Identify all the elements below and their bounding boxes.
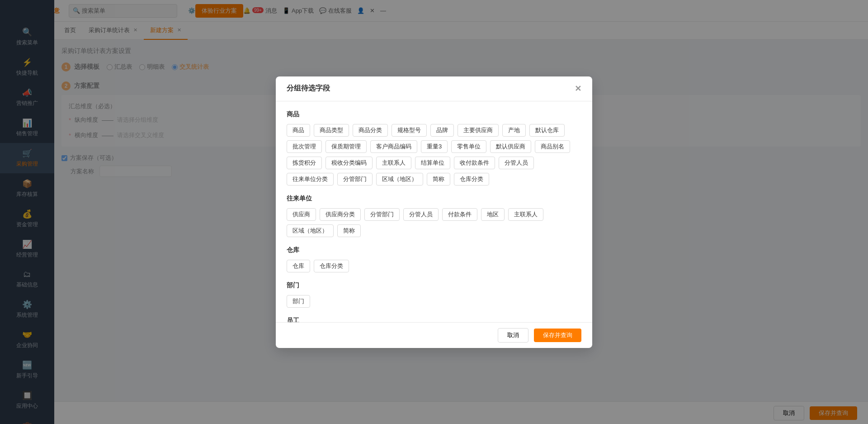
- chip-short-name[interactable]: 简称: [427, 173, 450, 186]
- chip-customer-code[interactable]: 客户商品编码: [370, 140, 417, 153]
- chip-spec-model[interactable]: 规格型号: [392, 124, 427, 137]
- chip-supervisor[interactable]: 分管人员: [499, 157, 534, 169]
- chip-warehouse-cat[interactable]: 仓库分类: [314, 260, 349, 272]
- field-section-goods: 商品 商品 商品类型 商品分类 规格型号 品牌 主要供应商 产地 默认仓库 批次…: [287, 110, 581, 186]
- field-section-partner: 往来单位 供应商 供应商分类 分管部门 分管人员 付款条件 地区 主联系人 区域…: [287, 195, 581, 237]
- section-title-partner: 往来单位: [287, 195, 581, 203]
- chip-goods-category[interactable]: 商品分类: [353, 124, 388, 137]
- section-title-employee: 员工: [287, 317, 581, 322]
- section-title-dept: 部门: [287, 281, 581, 290]
- section-title-warehouse: 仓库: [287, 246, 581, 254]
- chip-area[interactable]: 地区: [481, 208, 505, 221]
- chip-partner-region[interactable]: 区域（地区）: [287, 224, 334, 237]
- chip-warehouse-category[interactable]: 仓库分类: [454, 173, 489, 186]
- chip-main-contact[interactable]: 主联系人: [376, 157, 411, 169]
- modal-close-btn[interactable]: ✕: [575, 84, 581, 94]
- chip-partner-main-contact[interactable]: 主联系人: [508, 208, 543, 221]
- chip-department[interactable]: 部门: [287, 295, 310, 308]
- chip-default-warehouse[interactable]: 默认仓库: [529, 124, 565, 137]
- chip-expiry-mgmt[interactable]: 保质期管理: [326, 140, 367, 153]
- field-section-dept: 部门 部门: [287, 281, 581, 308]
- modal-dialog: 分组待选字段 ✕ 商品 商品 商品类型 商品分类 规格型号 品牌 主要供应商 产…: [276, 76, 592, 348]
- field-section-employee: 员工 业务员: [287, 317, 581, 322]
- modal-header: 分组待选字段 ✕: [276, 76, 592, 101]
- modal-body: 商品 商品 商品类型 商品分类 规格型号 品牌 主要供应商 产地 默认仓库 批次…: [276, 101, 592, 322]
- chip-supplier[interactable]: 供应商: [287, 208, 316, 221]
- chip-goods-alias[interactable]: 商品别名: [535, 140, 570, 153]
- dept-chips: 部门: [287, 295, 581, 308]
- chip-default-supplier[interactable]: 默认供应商: [490, 140, 531, 153]
- chip-batch-mgmt[interactable]: 批次管理: [287, 140, 322, 153]
- chip-settlement-unit[interactable]: 结算单位: [415, 157, 450, 169]
- modal-overlay: 分组待选字段 ✕ 商品 商品 商品类型 商品分类 规格型号 品牌 主要供应商 产…: [0, 0, 868, 424]
- chip-goods[interactable]: 商品: [287, 124, 310, 137]
- field-section-warehouse: 仓库 仓库 仓库分类: [287, 246, 581, 272]
- modal-confirm-btn[interactable]: 保存并查询: [534, 329, 581, 342]
- goods-chips: 商品 商品类型 商品分类 规格型号 品牌 主要供应商 产地 默认仓库 批次管理 …: [287, 124, 581, 186]
- chip-payment-terms[interactable]: 收付款条件: [454, 157, 495, 169]
- chip-payment-condition[interactable]: 付款条件: [442, 208, 477, 221]
- modal-title: 分组待选字段: [287, 84, 330, 93]
- chip-main-supplier[interactable]: 主要供应商: [458, 124, 499, 137]
- chip-retail-unit[interactable]: 零售单位: [451, 140, 486, 153]
- section-title-goods: 商品: [287, 110, 581, 119]
- partner-chips: 供应商 供应商分类 分管部门 分管人员 付款条件 地区 主联系人 区域（地区） …: [287, 208, 581, 237]
- chip-warehouse[interactable]: 仓库: [287, 260, 310, 272]
- chip-partner-category[interactable]: 往来单位分类: [287, 173, 334, 186]
- chip-dept[interactable]: 分管部门: [337, 173, 373, 186]
- chip-region[interactable]: 区域（地区）: [376, 173, 423, 186]
- chip-pick-points[interactable]: 拣货积分: [287, 157, 322, 169]
- chip-partner-supervisor[interactable]: 分管人员: [403, 208, 439, 221]
- chip-partner-dept[interactable]: 分管部门: [364, 208, 400, 221]
- warehouse-chips: 仓库 仓库分类: [287, 260, 581, 272]
- chip-partner-short-name[interactable]: 简称: [337, 224, 361, 237]
- chip-origin[interactable]: 产地: [502, 124, 526, 137]
- modal-footer: 取消 保存并查询: [276, 322, 592, 348]
- chip-goods-type[interactable]: 商品类型: [314, 124, 349, 137]
- chip-weight3[interactable]: 重量3: [421, 140, 448, 153]
- modal-cancel-btn[interactable]: 取消: [498, 328, 528, 343]
- chip-supplier-category[interactable]: 供应商分类: [320, 208, 361, 221]
- chip-brand[interactable]: 品牌: [430, 124, 454, 137]
- chip-tax-code[interactable]: 税收分类编码: [326, 157, 373, 169]
